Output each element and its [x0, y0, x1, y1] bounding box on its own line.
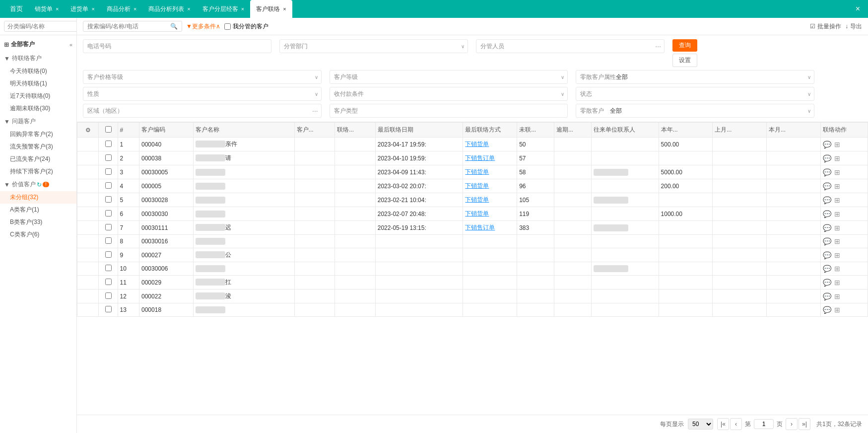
close-purchase-tab[interactable]: ×: [91, 6, 94, 12]
problem-customers-section[interactable]: ▼ 问题客户: [0, 115, 76, 128]
th-check[interactable]: [99, 123, 118, 138]
declining-item[interactable]: 持续下滑客户(2): [0, 165, 76, 178]
more-icon[interactable]: ⊞: [834, 196, 840, 204]
more-icon[interactable]: ⊞: [834, 279, 840, 287]
today-pending-item[interactable]: 今天待联络(0): [0, 65, 76, 77]
more-icon[interactable]: ⊞: [834, 292, 840, 300]
all-customers-header[interactable]: ⊞ 全部客户 «: [0, 37, 76, 52]
refresh-icon[interactable]: ↻: [37, 181, 42, 188]
row-check[interactable]: [99, 289, 118, 303]
chat-icon[interactable]: 💬: [823, 196, 831, 204]
row-checkbox[interactable]: [105, 210, 112, 216]
row-check[interactable]: [99, 303, 118, 317]
chat-icon[interactable]: 💬: [823, 224, 831, 232]
close-customer-contact-tab[interactable]: ×: [283, 6, 286, 12]
prev-page-btn[interactable]: ‹: [730, 418, 742, 430]
more-icon[interactable]: ⊞: [834, 251, 840, 259]
row-checkbox[interactable]: [105, 265, 112, 271]
chat-icon[interactable]: 💬: [823, 279, 831, 287]
phone-filter[interactable]: 电话号码: [83, 39, 271, 53]
chat-icon[interactable]: 💬: [823, 154, 831, 162]
overdue-pending-item[interactable]: 逾期未联络(30): [0, 102, 76, 115]
unclassified-item[interactable]: 未分组(32): [0, 191, 76, 204]
th-settings[interactable]: ⚙: [77, 123, 99, 138]
more-icon[interactable]: ⊞: [834, 237, 840, 245]
next-page-btn[interactable]: ›: [786, 418, 798, 430]
status-filter[interactable]: 状态 ∨: [576, 87, 814, 101]
churn-risk-item[interactable]: 流失预警客户(3): [0, 141, 76, 153]
last-way-link[interactable]: 下销货单: [465, 141, 489, 147]
per-page-select[interactable]: 50 100 200: [688, 419, 713, 430]
last-page-btn[interactable]: »|: [799, 418, 810, 430]
row-checkbox[interactable]: [105, 251, 112, 258]
close-sales-tab[interactable]: ×: [56, 6, 59, 12]
my-customers-checkbox[interactable]: 我分管的客户: [224, 22, 268, 31]
nav-home[interactable]: 首页: [4, 0, 29, 18]
row-checkbox[interactable]: [105, 182, 112, 189]
purchase-abnormal-item[interactable]: 回购异常客户(2): [0, 128, 76, 141]
chat-icon[interactable]: 💬: [823, 292, 831, 300]
query-button[interactable]: 查询: [672, 39, 697, 52]
row-check[interactable]: [99, 276, 118, 289]
lost-item[interactable]: 已流失客户(24): [0, 153, 76, 165]
region-filter[interactable]: 区域（地区） ···: [83, 104, 322, 118]
my-customers-check[interactable]: [224, 23, 231, 30]
more-icon[interactable]: ⊞: [834, 182, 840, 190]
row-checkbox[interactable]: [105, 237, 112, 244]
batch-ops-btn[interactable]: ☑ 批量操作: [810, 22, 841, 31]
nature-filter[interactable]: 性质 ∨: [83, 87, 322, 101]
category-search-input[interactable]: [4, 21, 77, 32]
row-checkbox[interactable]: [105, 154, 112, 161]
select-all-checkbox[interactable]: [105, 126, 112, 133]
class-c-item[interactable]: C类客户(6): [0, 228, 76, 241]
last-way-link[interactable]: 下销售订单: [465, 154, 495, 161]
value-customers-section[interactable]: ▼ 价值客户 ↻ !: [0, 178, 76, 191]
app-close-button[interactable]: ×: [852, 4, 864, 13]
chat-icon[interactable]: 💬: [823, 265, 831, 273]
row-check[interactable]: [99, 165, 118, 179]
more-filters-btn[interactable]: ▼ 更多条件 ∧: [186, 22, 220, 31]
retail-attr-filter[interactable]: 零散客户属性 全部 ∨: [576, 70, 814, 84]
more-icon[interactable]: ⊞: [834, 141, 840, 148]
row-check[interactable]: [99, 248, 118, 262]
customer-level-filter[interactable]: 客户等级 ∨: [330, 70, 568, 84]
chat-icon[interactable]: 💬: [823, 141, 831, 148]
pending-contact-section[interactable]: ▼ 待联络客户: [0, 52, 76, 65]
week-pending-item[interactable]: 近7天待联络(0): [0, 90, 76, 102]
first-page-btn[interactable]: |«: [717, 418, 729, 430]
nav-product-list[interactable]: 商品分析列表 ×: [142, 0, 196, 18]
row-checkbox[interactable]: [105, 168, 112, 175]
last-way-link[interactable]: 下销货单: [465, 182, 489, 189]
close-product-analysis-tab[interactable]: ×: [134, 6, 136, 12]
dept-filter[interactable]: 分管部门 ∨: [279, 39, 468, 53]
last-way-link[interactable]: 下销货单: [465, 210, 489, 217]
row-check[interactable]: [99, 151, 118, 165]
sidebar-collapse-btn[interactable]: «: [69, 42, 72, 48]
export-btn[interactable]: ↓ 导出: [845, 22, 862, 31]
class-a-item[interactable]: A类客户(1): [0, 204, 76, 216]
row-checkbox[interactable]: [105, 141, 112, 147]
row-checkbox[interactable]: [105, 306, 112, 312]
chat-icon[interactable]: 💬: [823, 210, 831, 218]
close-product-list-tab[interactable]: ×: [187, 6, 190, 12]
last-way-link[interactable]: 下销货单: [465, 196, 489, 203]
nav-customer-tier[interactable]: 客户分层经客 ×: [197, 0, 250, 18]
row-checkbox[interactable]: [105, 292, 112, 299]
nav-sales[interactable]: 销货单 ×: [29, 0, 65, 18]
more-icon[interactable]: ⊞: [834, 265, 840, 273]
chat-icon[interactable]: 💬: [823, 251, 831, 259]
close-customer-tier-tab[interactable]: ×: [241, 6, 244, 12]
filter-search-input[interactable]: [87, 23, 170, 30]
nav-purchase[interactable]: 进货单 ×: [65, 0, 100, 18]
nav-customer-contact[interactable]: 客户联络 ×: [250, 0, 292, 18]
row-checkbox[interactable]: [105, 224, 112, 230]
more-icon[interactable]: ⊞: [834, 210, 840, 218]
reset-button[interactable]: 设置: [672, 54, 697, 67]
chat-icon[interactable]: 💬: [823, 306, 831, 314]
price-level-filter[interactable]: 客户价格等级 ∨: [83, 70, 322, 84]
filter-search-icon[interactable]: 🔍: [170, 23, 178, 30]
row-checkbox[interactable]: [105, 279, 112, 285]
customer-type-filter[interactable]: 客户类型: [330, 104, 568, 118]
manager-filter[interactable]: 分管人员 ···: [476, 39, 665, 53]
row-checkbox[interactable]: [105, 196, 112, 203]
